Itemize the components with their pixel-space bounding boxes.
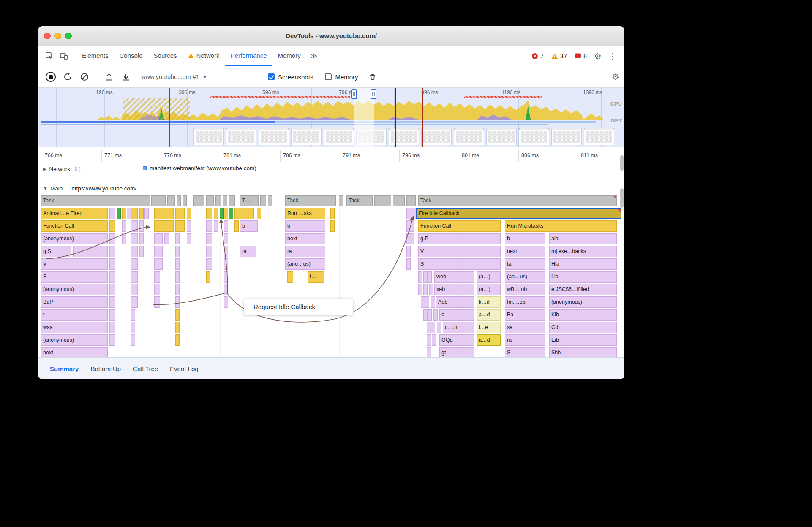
flame-bar-web[interactable]: web [434,271,474,283]
flame-bar[interactable] [429,284,433,295]
flame-bar-s[interactable]: S [505,347,545,357]
flame-bar-aeb[interactable]: Aeb [436,296,474,308]
flame-bar[interactable] [224,220,228,232]
flame-bar[interactable] [287,271,293,283]
flame-bar[interactable] [427,334,431,346]
flame-bar-task[interactable]: Task [285,195,336,206]
flame-bar[interactable] [418,271,422,283]
flame-bar-a[interactable]: (a…) [477,284,501,295]
screenshot-thumbnail[interactable] [421,128,452,145]
console-errors-badge[interactable]: 7 [531,53,544,60]
flame-bar[interactable] [206,208,212,219]
flame-bar[interactable] [428,309,432,321]
flame-bar[interactable] [109,220,115,232]
flame-bar[interactable] [224,284,228,295]
flame-bar[interactable] [154,296,160,308]
flame-bar-waa[interactable]: waa [41,322,108,333]
flame-bar[interactable] [234,220,239,232]
flame-bar[interactable] [423,284,428,295]
detail-tab-bottom-up[interactable]: Bottom-Up [84,358,127,379]
save-profile-icon[interactable] [118,70,134,84]
flame-bar[interactable] [175,271,180,283]
network-track-header[interactable]: ▶ Network 3 ( manifest.webmanifest (www.… [38,163,624,175]
flame-bar[interactable] [193,195,204,206]
screenshot-thumbnail[interactable] [193,128,224,145]
tab-performance[interactable]: Performance [225,46,272,66]
device-toolbar-icon[interactable] [57,50,71,62]
flame-bar[interactable] [234,208,254,219]
load-profile-icon[interactable] [101,70,117,84]
flame-bar[interactable] [131,322,135,333]
flame-bar[interactable] [187,220,191,232]
flame-bar-eib[interactable]: Eib [549,334,617,346]
flame-bar[interactable] [131,220,138,232]
flame-bar[interactable] [109,284,115,295]
flame-bar[interactable] [73,246,108,257]
flame-bar[interactable] [224,246,228,257]
tab-memory[interactable]: Memory [272,46,306,66]
flame-bar-anonymous[interactable]: (anonymous) [41,284,108,295]
flame-bar[interactable] [154,220,174,232]
flame-bar[interactable] [177,195,181,206]
profile-select[interactable]: www.youtube.com #1 [141,73,255,80]
flame-bar[interactable] [109,271,115,283]
tab-console[interactable]: Console [114,46,148,66]
flame-bar[interactable] [151,195,166,206]
flame-bar[interactable] [144,208,149,219]
flame-bar[interactable] [131,233,138,244]
flame-bar-v[interactable]: V [41,258,108,270]
flame-bar[interactable] [131,246,138,257]
flame-bar-ta[interactable]: ta [505,258,545,270]
flame-bar[interactable] [428,271,432,283]
flame-bar-b[interactable]: b [285,220,325,232]
screenshot-thumbnail[interactable] [259,128,289,145]
flame-bar-anonymous[interactable]: (anonymous) [549,296,617,308]
flame-bar[interactable] [175,233,180,244]
flame-bar[interactable] [220,208,224,219]
flame-bar-task[interactable]: Task [41,195,150,206]
flame-bar[interactable] [122,233,126,244]
flame-bar[interactable] [131,334,135,346]
console-warnings-badge[interactable]: 37 [551,53,567,60]
flame-bar[interactable] [127,208,131,219]
flame-bar[interactable] [214,208,218,219]
flame-bar[interactable] [206,220,212,232]
flame-bar-task[interactable]: Task [346,195,373,206]
flame-bar[interactable] [175,334,180,346]
more-options-icon[interactable]: ⋮ [605,51,620,61]
flame-bar[interactable] [224,271,228,283]
flame-bar[interactable] [206,246,212,257]
flame-bar[interactable] [122,208,126,219]
screenshot-thumbnail[interactable] [389,128,419,145]
flame-bar[interactable] [154,258,163,270]
flame-bar[interactable] [175,220,185,232]
screenshot-thumbnail[interactable] [551,128,582,145]
flame-bar[interactable] [229,208,233,219]
flame-bar[interactable] [131,258,138,270]
flame-bar[interactable] [154,271,160,283]
flame-bar-anonymous[interactable]: (anonymous) [41,334,108,346]
flame-bar[interactable] [260,195,266,206]
flame-bar[interactable] [215,195,221,206]
flame-bar[interactable] [139,208,144,219]
flame-bar[interactable] [109,322,115,333]
flame-bar-a-d[interactable]: a…d [477,334,501,346]
flame-bar[interactable] [187,208,191,219]
flame-bar[interactable] [122,220,126,232]
flame-bar[interactable] [167,195,175,206]
flame-bar[interactable] [374,195,391,206]
memory-checkbox[interactable]: Memory [325,73,358,81]
flame-bar[interactable] [393,195,405,206]
flame-bar-mj-exe-backs[interactable]: mj.exe…backs_ [549,246,617,257]
flame-bar-sa[interactable]: sa [505,322,545,333]
flame-bar-ba[interactable]: Ba [505,309,545,321]
flame-bar[interactable] [406,195,416,206]
flame-bar-lla[interactable]: Lla [549,271,617,283]
flame-bar[interactable] [109,246,115,257]
flame-bar[interactable] [175,258,180,270]
flame-bar[interactable] [183,195,187,206]
flame-bar-gt[interactable]: gt [439,347,474,357]
detail-tab-call-tree[interactable]: Call Tree [127,358,164,379]
flame-bar[interactable] [224,258,228,270]
flame-bar[interactable] [139,246,144,257]
